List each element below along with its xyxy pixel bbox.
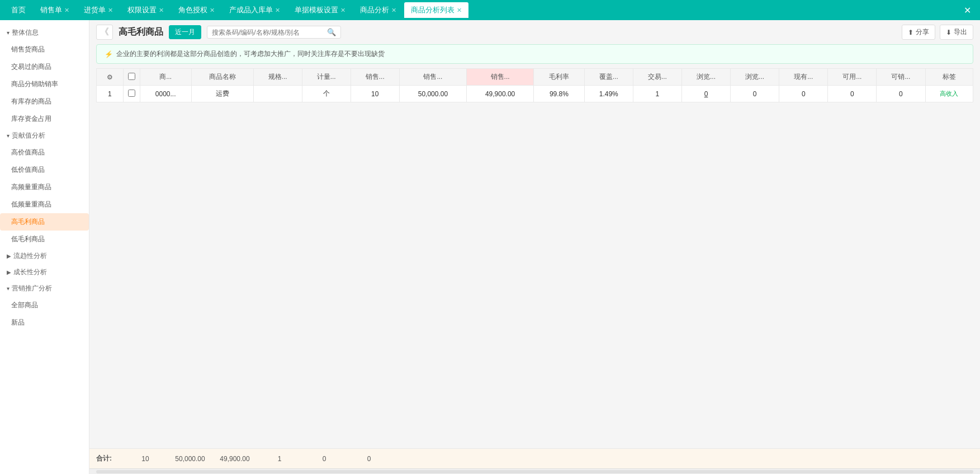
content-area: 《 高毛利商品 近一月 🔍 ⬆ 分享 ⬇ 导出 ⚡ 企业的主要的利润都是这部 bbox=[89, 20, 980, 474]
tab-home[interactable]: 首页 bbox=[4, 2, 32, 18]
col-current-stock: 现有... bbox=[779, 69, 828, 86]
sidebar: ▾ 整体信息 销售货商品 交易过的商品 商品分销助销率 有库存的商品 库存资金占… bbox=[0, 20, 89, 474]
close-template-tab[interactable]: ✕ bbox=[340, 7, 345, 14]
sidebar-item-low-freq[interactable]: 低频量重商品 bbox=[0, 196, 89, 213]
col-available: 可用... bbox=[828, 69, 877, 86]
tab-sales[interactable]: 销售单 ✕ bbox=[34, 2, 76, 18]
content-header: 《 高毛利商品 近一月 🔍 ⬆ 分享 ⬇ 导出 bbox=[89, 20, 980, 44]
col-salable: 可销... bbox=[877, 69, 925, 86]
footer-label: 合计: bbox=[96, 454, 112, 463]
sidebar-group-marketing[interactable]: ▾ 营销推广分析 bbox=[0, 280, 89, 297]
overall-arrow-icon: ▾ bbox=[7, 30, 10, 36]
close-purchase-tab[interactable]: ✕ bbox=[108, 7, 113, 14]
page-title: 高毛利商品 bbox=[119, 26, 163, 38]
table-header-row: ⚙ 商... 商品名称 规格... 计量... 销售... 销售... 销售..… bbox=[97, 69, 973, 86]
row-transactions: 1 bbox=[633, 86, 681, 102]
row-margin-rate: 99.8% bbox=[534, 86, 585, 102]
col-code: 商... bbox=[140, 69, 191, 86]
close-permissions-tab[interactable]: ✕ bbox=[159, 7, 164, 14]
tab-analysis-list[interactable]: 商品分析列表 ✕ bbox=[404, 2, 468, 18]
marketing-arrow-icon: ▾ bbox=[7, 285, 10, 292]
col-browse1: 浏览... bbox=[681, 69, 730, 86]
col-checkbox[interactable] bbox=[123, 69, 140, 86]
table-row: 1 0000... 运费 个 10 50,000.00 49,900.00 99… bbox=[97, 86, 973, 102]
sidebar-item-high-margin[interactable]: 高毛利商品 bbox=[0, 213, 89, 231]
row-name: 运费 bbox=[191, 86, 253, 102]
export-button[interactable]: ⬇ 导出 bbox=[940, 25, 973, 40]
collapse-sidebar-button[interactable]: 《 bbox=[96, 25, 113, 40]
close-roles-tab[interactable]: ✕ bbox=[210, 7, 215, 14]
row-salable: 0 bbox=[877, 86, 925, 102]
sidebar-group-growth[interactable]: ▶ 成长性分析 bbox=[0, 264, 89, 280]
tab-analysis[interactable]: 商品分析 ✕ bbox=[353, 2, 403, 18]
scrollbar-track[interactable] bbox=[96, 470, 973, 473]
close-products-tab[interactable]: ✕ bbox=[275, 7, 280, 14]
col-tag: 标签 bbox=[925, 69, 973, 86]
row-available: 0 bbox=[828, 86, 877, 102]
search-icon[interactable]: 🔍 bbox=[327, 28, 336, 36]
info-banner: ⚡ 企业的主要的利润都是这部分商品创造的，可考虑加大推广，同时关注库存是不要出现… bbox=[96, 44, 973, 64]
browse1-link[interactable]: 0 bbox=[704, 90, 708, 98]
sidebar-item-inventory-ratio[interactable]: 库存资金占用 bbox=[0, 110, 89, 128]
search-input[interactable] bbox=[212, 29, 327, 36]
sidebar-item-all-goods[interactable]: 全部商品 bbox=[0, 297, 89, 314]
select-all-checkbox[interactable] bbox=[128, 73, 135, 80]
close-analysis-list-tab[interactable]: ✕ bbox=[457, 7, 462, 14]
col-browse2: 浏览... bbox=[731, 69, 779, 86]
financial-arrow-icon: ▾ bbox=[7, 133, 10, 139]
tab-products[interactable]: 产成品入库单 ✕ bbox=[222, 2, 287, 18]
footer-current-stock: 0 bbox=[302, 455, 347, 463]
info-icon: ⚡ bbox=[105, 50, 113, 58]
sidebar-item-sales-goods[interactable]: 销售货商品 bbox=[0, 41, 89, 58]
col-sales-profit: 销售... bbox=[467, 69, 534, 86]
tab-template[interactable]: 单据模板设置 ✕ bbox=[288, 2, 352, 18]
sidebar-item-new-goods[interactable]: 新品 bbox=[0, 314, 89, 331]
sidebar-item-high-value[interactable]: 高价值商品 bbox=[0, 144, 89, 161]
row-select-checkbox[interactable] bbox=[128, 90, 135, 97]
row-sales-profit: 49,900.00 bbox=[467, 86, 534, 102]
col-coverage: 覆盖... bbox=[584, 69, 633, 86]
sidebar-item-analysis-helper[interactable]: 商品分销助销率 bbox=[0, 76, 89, 93]
tab-permissions[interactable]: 权限设置 ✕ bbox=[121, 2, 171, 18]
col-settings[interactable]: ⚙ bbox=[97, 69, 124, 86]
footer-sales-amount: 50,000.00 bbox=[168, 455, 212, 463]
col-unit: 计量... bbox=[302, 69, 351, 86]
sidebar-item-high-freq[interactable]: 高频量重商品 bbox=[0, 179, 89, 196]
sidebar-group-overall[interactable]: ▾ 整体信息 bbox=[0, 25, 89, 41]
data-table: ⚙ 商... 商品名称 规格... 计量... 销售... 销售... 销售..… bbox=[96, 68, 973, 102]
close-sales-tab[interactable]: ✕ bbox=[64, 7, 69, 14]
export-icon: ⬇ bbox=[946, 29, 951, 36]
close-analysis-tab[interactable]: ✕ bbox=[391, 7, 396, 14]
row-sales-qty: 10 bbox=[351, 86, 399, 102]
footer-available: 0 bbox=[347, 455, 391, 463]
sidebar-item-low-margin[interactable]: 低毛利商品 bbox=[0, 231, 89, 248]
filter-recent-month-button[interactable]: 近一月 bbox=[169, 25, 201, 39]
row-checkbox[interactable] bbox=[123, 86, 140, 102]
sidebar-item-low-value[interactable]: 低价值商品 bbox=[0, 161, 89, 179]
row-tag: 高收入 bbox=[925, 86, 973, 102]
growth-arrow-icon: ▶ bbox=[7, 269, 11, 275]
share-button[interactable]: ⬆ 分享 bbox=[902, 25, 935, 40]
row-current-stock: 0 bbox=[779, 86, 828, 102]
footer-cells: 10 50,000.00 49,900.00 1 0 0 bbox=[123, 455, 973, 463]
col-transactions: 交易... bbox=[633, 69, 681, 86]
search-box: 🔍 bbox=[207, 26, 341, 39]
row-browse2: 0 bbox=[731, 86, 779, 102]
share-icon: ⬆ bbox=[908, 29, 913, 36]
sidebar-item-traded-goods[interactable]: 交易过的商品 bbox=[0, 58, 89, 76]
row-index: 1 bbox=[97, 86, 124, 102]
main-layout: ▾ 整体信息 销售货商品 交易过的商品 商品分销助销率 有库存的商品 库存资金占… bbox=[0, 20, 980, 474]
tab-roles[interactable]: 角色授权 ✕ bbox=[172, 2, 221, 18]
row-coverage: 1.49% bbox=[584, 86, 633, 102]
sidebar-group-financial[interactable]: ▾ 贡献值分析 bbox=[0, 128, 89, 144]
sidebar-group-trend[interactable]: ▶ 流趋性分析 bbox=[0, 248, 89, 264]
row-code: 0000... bbox=[140, 86, 191, 102]
top-nav: 首页 销售单 ✕ 进货单 ✕ 权限设置 ✕ 角色授权 ✕ 产成品入库单 ✕ 单据… bbox=[0, 0, 980, 20]
window-close-button[interactable]: ✕ bbox=[959, 5, 976, 16]
trend-arrow-icon: ▶ bbox=[7, 253, 11, 259]
sidebar-item-in-stock[interactable]: 有库存的商品 bbox=[0, 93, 89, 110]
bottom-scrollbar bbox=[89, 468, 980, 474]
row-browse1: 0 bbox=[681, 86, 730, 102]
tab-purchase[interactable]: 进货单 ✕ bbox=[77, 2, 120, 18]
footer-transactions: 1 bbox=[257, 455, 302, 463]
